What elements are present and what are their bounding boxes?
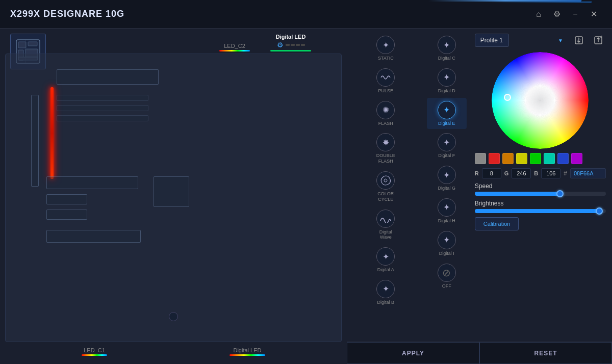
motherboard-diagram — [5, 54, 342, 342]
digital-g-icon: ✦ — [438, 166, 456, 184]
brightness-slider-track[interactable] — [475, 209, 606, 213]
tab-digital-led-2[interactable]: Digital LED — [230, 347, 265, 356]
flash-icon: ✺ — [376, 101, 395, 119]
profile-select[interactable]: Profile 1 Profile 2 Profile 3 — [475, 34, 509, 47]
effect-digital-i[interactable]: ✦ Digital I — [427, 228, 467, 259]
effects-column: ✦ STATIC PULSE ✺ FLASH ✸ DOUBLE FLASH — [347, 29, 425, 364]
svg-rect-1 — [18, 42, 26, 48]
export-button[interactable] — [591, 33, 606, 48]
effect-color-cycle[interactable]: COLOR CYCLE — [349, 168, 423, 205]
color-wheel[interactable] — [492, 52, 589, 149]
off-icon: ⊘ — [438, 264, 456, 282]
swatch-orange[interactable] — [502, 153, 514, 164]
tab-digital-led[interactable]: Digital LED ⚙ — [270, 34, 311, 51]
app-title: X299X DESIGNARE 10G — [10, 9, 528, 19]
digital-effects-column: ✦ Digital C ✦ Digital D ✦ Digital E ✦ Di… — [425, 29, 469, 364]
effect-digital-wave[interactable]: Digital Wave — [349, 206, 423, 244]
effect-digital-e[interactable]: ✦ Digital E — [427, 98, 467, 129]
right-panel: ✦ STATIC PULSE ✺ FLASH ✸ DOUBLE FLASH — [347, 29, 612, 364]
color-wheel-container[interactable] — [475, 52, 606, 149]
swatch-blue[interactable] — [557, 153, 569, 164]
effect-digital-c[interactable]: ✦ Digital C — [427, 33, 467, 64]
digital-h-icon: ✦ — [438, 198, 456, 217]
calibration-button[interactable]: Calibration — [475, 217, 519, 230]
color-swatches — [475, 153, 606, 164]
titlebar: X299X DESIGNARE 10G ⌂ ⚙ − ✕ — [0, 0, 612, 29]
reset-button[interactable]: RESET — [479, 342, 612, 364]
speed-section: Speed — [475, 183, 606, 196]
digital-d-icon: ✦ — [438, 68, 456, 87]
settings-button[interactable]: ⚙ — [549, 6, 565, 22]
swatch-purple[interactable] — [571, 153, 582, 164]
brightness-section: Brightness — [475, 200, 606, 213]
double-flash-icon: ✸ — [376, 133, 395, 151]
profile-select-wrapper[interactable]: Profile 1 Profile 2 Profile 3 — [475, 34, 567, 47]
left-panel: LED_C2 Digital LED ⚙ — [0, 29, 347, 364]
bottom-tab-bar: LED_C1 Digital LED — [5, 344, 342, 359]
effect-flash[interactable]: ✺ FLASH — [349, 98, 423, 129]
effect-digital-a[interactable]: ✦ Digital A — [349, 244, 423, 276]
static-icon: ✦ — [376, 36, 395, 54]
swatch-green[interactable] — [530, 153, 541, 164]
speed-slider-track[interactable] — [475, 192, 606, 196]
digital-f-icon: ✦ — [438, 133, 456, 151]
effect-pulse[interactable]: PULSE — [349, 65, 423, 97]
color-cycle-icon — [376, 171, 395, 190]
digital-led-icon: ⚙ — [277, 41, 284, 49]
svg-point-8 — [384, 179, 387, 182]
effect-off[interactable]: ⊘ OFF — [427, 261, 467, 292]
pulse-icon — [376, 68, 395, 87]
profile-row: Profile 1 Profile 2 Profile 3 — [475, 33, 606, 48]
effect-digital-g[interactable]: ✦ Digital G — [427, 163, 467, 194]
digital-b-icon: ✦ — [376, 280, 395, 298]
circle-element — [169, 312, 178, 321]
minimize-button[interactable]: − — [567, 6, 583, 22]
effect-digital-b[interactable]: ✦ Digital B — [349, 277, 423, 308]
brightness-slider-thumb[interactable] — [596, 207, 603, 215]
effect-digital-d[interactable]: ✦ Digital D — [427, 65, 467, 97]
apply-button[interactable]: APPLY — [347, 342, 479, 364]
tab-led-c2[interactable]: LED_C2 — [219, 43, 250, 51]
swatch-red[interactable] — [489, 153, 500, 164]
r-input[interactable] — [482, 168, 501, 178]
action-bar: APPLY RESET — [347, 342, 612, 364]
svg-rect-2 — [28, 42, 37, 46]
accent-line-2 — [490, 2, 592, 3]
swatch-yellow[interactable] — [516, 153, 527, 164]
main-area: LED_C2 Digital LED ⚙ — [0, 29, 612, 364]
import-button[interactable] — [571, 33, 586, 48]
effect-static[interactable]: ✦ STATIC — [349, 33, 423, 64]
swatch-teal[interactable] — [544, 153, 555, 164]
close-button[interactable]: ✕ — [585, 6, 602, 22]
digital-a-icon: ✦ — [376, 247, 395, 266]
effect-digital-f[interactable]: ✦ Digital F — [427, 130, 467, 162]
speed-slider-thumb[interactable] — [556, 190, 564, 197]
digital-c-icon: ✦ — [438, 36, 456, 54]
tab-led-c1[interactable]: LED_C1 — [82, 347, 107, 356]
digital-i-icon: ✦ — [438, 231, 456, 249]
brightness-slider-fill — [475, 209, 599, 213]
g-input[interactable] — [512, 168, 531, 178]
effect-digital-h[interactable]: ✦ Digital H — [427, 195, 467, 227]
tab-bar: LED_C2 Digital LED ⚙ — [5, 34, 342, 51]
swatch-gray[interactable] — [475, 153, 486, 164]
b-input[interactable] — [541, 168, 560, 178]
speed-slider-fill — [475, 192, 560, 196]
effect-double-flash[interactable]: ✸ DOUBLE FLASH — [349, 130, 423, 167]
home-button[interactable]: ⌂ — [530, 6, 547, 22]
rgb-input-row: R G B # — [475, 168, 606, 178]
digital-e-icon: ✦ — [438, 101, 456, 119]
digital-wave-icon — [376, 210, 395, 228]
color-panel: Profile 1 Profile 2 Profile 3 — [469, 29, 612, 364]
hex-input[interactable] — [570, 168, 606, 178]
